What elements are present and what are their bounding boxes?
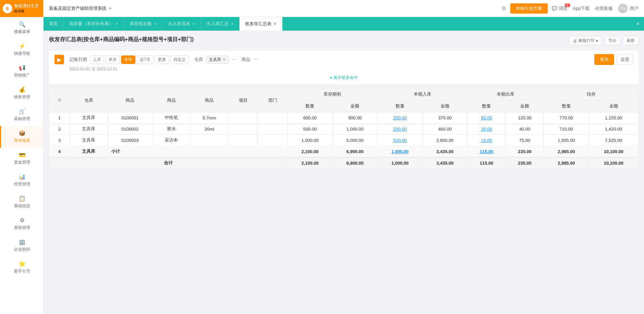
warehouse-tag[interactable]: 文具库 ✕ [206,56,229,64]
guide-icon: 🌟 [19,261,26,267]
tab-batch-ledger[interactable]: 库存批次账 ✕ [124,17,163,31]
tab-inventory-dist[interactable]: 现存量（库存分布表） ✕ [64,17,124,31]
warehouse-more-icon[interactable]: ··· [232,56,236,63]
date-option-上月[interactable]: 上月 [90,55,104,64]
cell-out-amt: 40.00 [506,123,544,135]
data-table: ⚙ 仓库 商品 商品 商品 项目 部门 库存期初 本期入库 本期出库 结存 数量 [49,88,639,169]
finance-icon: 💳 [19,152,26,158]
cell-bal-amt: 1,420.00 [589,123,639,135]
online-service-link[interactable]: 在线客服 [595,5,613,12]
sidebar-item-search[interactable]: 🔍搜索菜单 [0,17,43,39]
subtotal-bal-amt: 10,100.00 [589,146,639,158]
messages-wrap[interactable]: 💬 6 消息 [552,5,567,12]
inventory-icon: 📦 [19,130,26,136]
sidebar-item-guide[interactable]: 🌟新手引导 [0,257,43,278]
sidebar-item-finance[interactable]: 💳资金管理 [0,148,43,169]
total-bal-amt: 10,100.00 [589,157,639,169]
user-area[interactable]: Ea 用户 [618,4,639,13]
warehouse-label: 仓库 [194,56,203,63]
total-out-amt: 235.00 [506,157,544,169]
cell-in-qty[interactable]: 520.00 [378,135,423,146]
filter-toggle-button[interactable]: ▶ [54,55,64,64]
refresh-button[interactable]: 刷新 [623,36,639,45]
total-init-qty: 2,100.00 [287,157,332,169]
tab-close-icon[interactable]: ✕ [192,22,195,26]
th-project: 项目 [229,88,258,112]
chevron-down-icon: ▾ [330,76,332,80]
gear-icon[interactable]: ⚙ [501,5,506,12]
total-out-qty: 115.00 [467,157,506,169]
date-filter-field: 记账日期 上月本月本年近7天更多自定义 [69,55,189,64]
sidebar-item-purchase[interactable]: 🛒采购管理 [0,104,43,126]
tab-in-out-summary[interactable]: 出入库汇总 ✕ [201,17,240,31]
cell-out-qty[interactable]: 15.00 [467,135,506,146]
purchase-icon: 🛒 [19,108,26,115]
sidebar-item-base-info[interactable]: 📋基础信息 [0,191,43,213]
print-button[interactable]: 🖨 换版打印 ▾ [569,36,602,45]
query-button[interactable]: 查询 [594,54,614,65]
app-download-link[interactable]: App下载 [573,5,590,12]
cell-in-qty[interactable]: 250.00 [378,112,423,123]
cell-dept [258,135,287,146]
th-balance: 结存 [544,88,639,100]
system-selector-icon: ▾ [109,6,112,11]
goods-more-icon[interactable]: ··· [253,56,258,63]
settings-button[interactable]: 设置 [617,54,633,65]
subtotal-out-amt: 235.00 [506,146,544,158]
expand-conditions-button[interactable]: ▾ 展开更多条件 [330,75,358,81]
topbar: 装备及固定资产辅助管理系统 ▾ ⚙ 体验行业方案 💬 6 消息 App下载 在线… [44,0,644,17]
cell-name: 胶水 [153,123,191,135]
th-in-amt: 金额 [423,100,467,112]
sidebar-item-label: 搜索菜单 [14,29,30,35]
cell-init-qty: 600.00 [287,112,332,123]
cell-out-qty[interactable]: 80.00 [467,112,506,123]
tab-label: 出入库流水 [168,21,190,27]
sidebar-item-system[interactable]: ⚙系统管理 [0,213,43,235]
date-option-更多[interactable]: 更多 [155,55,169,64]
date-option-自定义[interactable]: 自定义 [170,55,189,64]
th-name: 商品 [153,88,191,112]
cell-in-qty[interactable]: 230.00 [378,123,423,135]
th-init-qty: 数量 [287,100,332,112]
data-table-container: ⚙ 仓库 商品 商品 商品 项目 部门 库存期初 本期入库 本期出库 结存 数量 [49,88,639,169]
search-icon: 🔍 [19,21,26,28]
sidebar-item-label: 采购管理 [14,116,30,122]
cell-dept [258,123,287,135]
sidebar-item-inventory[interactable]: 📦库存核算 [0,126,43,148]
sidebar-item-marketing[interactable]: 📢营销推广 [0,61,43,82]
sidebar-item-operations[interactable]: 📊经营管理 [0,169,43,191]
date-option-本月[interactable]: 本月 [105,55,120,64]
tab-in-out-flow[interactable]: 出入库流水 ✕ [163,17,201,31]
tabbar-close-all[interactable]: ✕ [632,21,644,27]
trial-button[interactable]: 体验行业方案 [510,3,548,14]
table-row: 3 文具库 0100003 采访本 1,000.00 5,000.00 520.… [49,135,639,146]
sidebar-item-enterprise[interactable]: 🏢企业协同 [0,235,43,257]
tab-label: 出入库汇总 [207,21,229,27]
subtotal-out-qty[interactable]: 115.00 [467,146,506,158]
sidebar-nav: 🔍搜索菜单⚡快捷导航📢营销推广💰销售管理🛒采购管理📦库存核算💳资金管理📊经营管理… [0,17,43,314]
th-period-start: 库存期初 [287,88,378,100]
export-button[interactable]: 导出 [605,36,620,45]
subtotal-in-qty[interactable]: 1,000.00 [378,146,423,158]
warehouse-tag-remove[interactable]: ✕ [222,57,226,62]
user-label: 用户 [630,5,639,12]
th-settings[interactable]: ⚙ [49,88,70,112]
sidebar-item-quick-nav[interactable]: ⚡快捷导航 [0,39,43,61]
cell-out-qty[interactable]: 20.00 [467,123,506,135]
tab-close-icon[interactable]: ✕ [154,22,157,26]
table-row: 1 文具库 0100001 中性笔 0.7mm 600.00 900.00 25… [49,112,639,123]
operations-icon: 📊 [19,173,26,180]
date-option-本年[interactable]: 本年 [121,55,135,64]
logo-text: 畅捷通好生意 [14,3,39,9]
sidebar-item-sales[interactable]: 💰销售管理 [0,82,43,104]
tab-close-icon[interactable]: ✕ [274,22,277,26]
tab-recv-send-summary[interactable]: 收发存汇总表 ✕ [240,17,282,31]
goods-filter-field: 商品 ··· [242,56,258,63]
tab-home[interactable]: 首页 [44,17,64,31]
sidebar-item-label: 快捷导航 [14,51,30,56]
date-option-近7天[interactable]: 近7天 [137,55,153,64]
tab-close-icon[interactable]: ✕ [115,22,118,26]
cell-bal-qty: 1,505.00 [544,135,589,146]
tab-close-icon[interactable]: ✕ [231,22,234,26]
app-logo: 6 畅捷通好生意 标准版 [0,0,43,17]
